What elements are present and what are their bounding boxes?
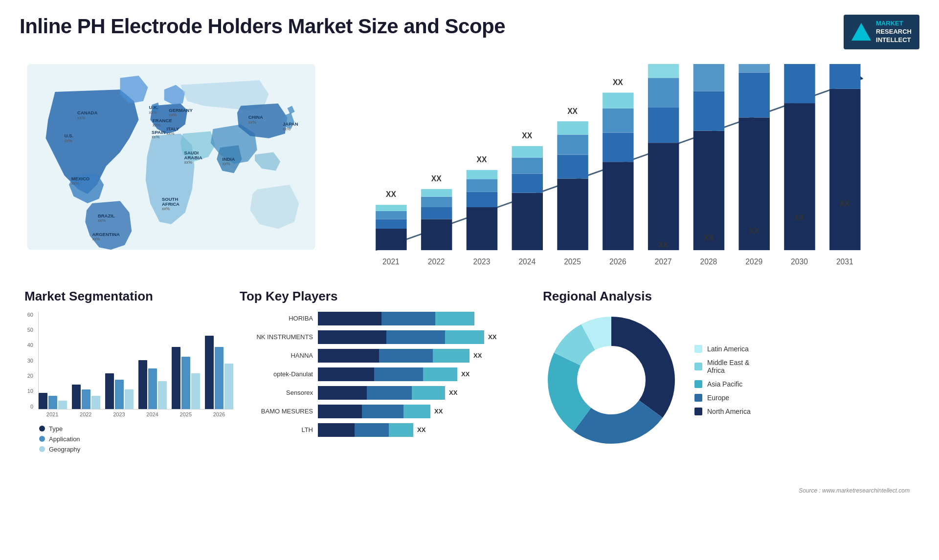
seg-y-axis: 60 50 40 30 20 10 0 [24,312,36,409]
player-bar [318,367,457,381]
seg-bar-type [138,360,147,409]
seg-bars-area: 2021 2022 2023 2024 2025 2026 [38,312,233,417]
seg-group-2021 [39,393,67,409]
logo-text: MARKET RESEARCH INTELLECT [876,20,912,44]
source-text: Source : www.marketresearchintellect.com [799,487,910,494]
svg-text:FRANCE: FRANCE [153,117,172,123]
legend-geo-dot [39,446,45,452]
svg-text:2027: 2027 [655,258,672,266]
legend-color-apac [694,380,702,388]
top-row: CANADA xx% U.S. xx% MEXICO xx% BRAZIL xx… [20,59,919,284]
page-title: Inline PH Electrode Holders Market Size … [20,15,505,38]
seg-bar-geo [158,381,167,409]
svg-rect-55 [512,157,543,173]
seg-bar-app [215,347,224,409]
svg-text:XX: XX [477,155,487,164]
legend-type: Type [39,425,225,432]
svg-text:xx%: xx% [153,123,161,128]
svg-text:2026: 2026 [609,258,626,266]
players-list: HORIBA NK INSTRUMENTS [240,312,523,437]
bar-light [445,330,484,344]
svg-point-100 [578,347,645,413]
svg-rect-84 [738,64,769,73]
svg-text:XX: XX [840,199,850,208]
players-title: Top Key Players [240,289,523,304]
svg-rect-68 [603,92,633,108]
world-map-svg: CANADA xx% U.S. xx% MEXICO xx% BRAZIL xx… [24,64,318,250]
regional-section: Regional Analysis Lati [533,289,919,499]
seg-bar-app [181,357,190,409]
svg-text:JAPAN: JAPAN [283,121,298,127]
svg-rect-71 [648,143,679,250]
seg-bar-app [115,380,124,409]
svg-rect-36 [376,219,406,229]
svg-rect-50 [467,170,497,179]
svg-text:AFRICA: AFRICA [162,201,179,206]
legend-latin-america: Latin America [694,345,751,353]
svg-text:xx%: xx% [149,109,157,114]
bar-dark [318,330,386,344]
svg-text:xx%: xx% [65,138,73,143]
svg-rect-43 [421,196,452,207]
regional-legend: Latin America Middle East &Africa Asia P… [694,345,751,415]
svg-text:GERMANY: GERMANY [169,108,193,113]
legend-color-europe [694,394,702,402]
svg-rect-77 [693,130,724,250]
list-item: BAMO MESURES XX [240,405,523,418]
world-map-section: CANADA xx% U.S. xx% MEXICO xx% BRAZIL xx… [20,59,323,284]
logo-area: MARKET RESEARCH INTELLECT [844,15,919,49]
player-name: HORIBA [240,315,313,322]
bar-light [403,405,430,418]
seg-bars [38,312,233,409]
logo-triangle-icon [851,23,871,41]
svg-text:2028: 2028 [700,258,717,266]
list-item: HORIBA [240,312,523,325]
svg-rect-67 [603,108,633,133]
svg-text:xx%: xx% [162,206,170,211]
bar-dark [318,386,367,400]
svg-text:XX: XX [386,190,396,198]
player-bar-container: XX [318,349,523,363]
svg-text:CANADA: CANADA [77,109,97,115]
player-bar [318,423,413,437]
svg-text:xx%: xx% [248,119,257,124]
svg-text:ITALY: ITALY [167,126,180,131]
seg-group-2026 [205,336,233,409]
svg-text:xx%: xx% [223,161,231,166]
player-name: LTH [240,426,313,433]
svg-rect-83 [738,72,769,117]
svg-text:2023: 2023 [473,258,491,266]
svg-text:xx%: xx% [92,237,101,241]
seg-bar-app [48,396,57,409]
seg-bar-app [82,389,90,409]
svg-text:ARABIA: ARABIA [184,154,202,160]
svg-rect-66 [603,132,633,162]
player-bar [318,405,430,418]
svg-text:2024: 2024 [518,258,536,266]
bar-chart-svg: XX 2021 XX 2022 XX 2023 [337,64,887,269]
bar-mid [355,423,389,437]
seg-bar-geo [125,389,134,409]
player-bar [318,386,445,400]
seg-bar-app [148,368,157,409]
list-item: NK INSTRUMENTS XX [240,330,523,344]
svg-rect-78 [693,91,724,130]
svg-text:xx%: xx% [98,218,106,223]
logo-box: MARKET RESEARCH INTELLECT [844,15,919,49]
svg-text:2021: 2021 [382,258,400,266]
svg-rect-92 [829,64,860,89]
svg-text:xx%: xx% [169,112,177,117]
svg-text:XX: XX [749,226,759,235]
svg-rect-48 [467,192,497,207]
seg-chart-wrapper: 60 50 40 30 20 10 0 [24,312,225,417]
svg-text:U.S.: U.S. [65,133,73,138]
svg-rect-72 [648,108,679,143]
seg-group-2025 [172,347,200,409]
svg-text:XX: XX [522,131,532,140]
svg-rect-74 [648,64,679,78]
player-bar [318,349,470,363]
legend-app-dot [39,436,45,442]
legend-color-latin [694,345,702,353]
legend-europe: Europe [694,394,751,402]
bar-mid [386,330,445,344]
